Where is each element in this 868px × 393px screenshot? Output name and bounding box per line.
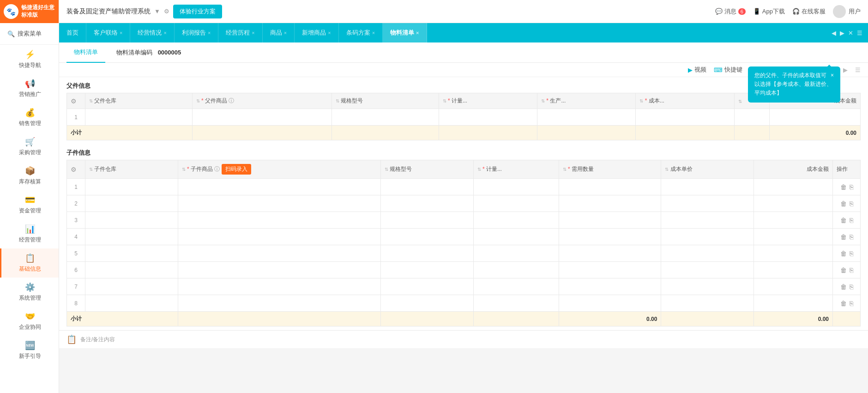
child-goods-cell[interactable]	[178, 262, 380, 278]
copy-row-icon[interactable]: ⎘	[850, 233, 853, 241]
tab-menu-icon[interactable]: ☰	[857, 30, 862, 36]
child-spec-cell[interactable]	[380, 212, 473, 229]
child-unit-cell[interactable]	[473, 245, 559, 262]
child-qty-cell[interactable]	[559, 212, 661, 229]
copy-row-icon[interactable]: ⎘	[850, 266, 853, 274]
close-profit-tab-icon[interactable]: ×	[208, 30, 211, 36]
copy-row-icon[interactable]: ⎘	[850, 200, 853, 207]
toolbar-menu-icon[interactable]: ☰	[855, 67, 861, 73]
child-spec-cell[interactable]	[380, 179, 473, 195]
child-amount-cell[interactable]	[754, 278, 833, 295]
child-amount-cell[interactable]	[754, 212, 833, 229]
sidebar-item-marketing[interactable]: 📢 营销推广	[0, 74, 59, 103]
child-unit-cost-cell[interactable]	[661, 212, 754, 229]
parent-unit-cell[interactable]	[439, 109, 537, 126]
child-qty-cell[interactable]	[559, 295, 661, 312]
child-unit-cell[interactable]	[473, 195, 559, 212]
sidebar-item-quick-nav[interactable]: ⚡ 快捷导航	[0, 45, 59, 74]
delete-row-icon[interactable]: 🗑	[840, 250, 847, 257]
child-warehouse-cell[interactable]	[85, 229, 178, 245]
tab-ops-stat[interactable]: 经营情况 ×	[130, 23, 174, 42]
child-spec-cell[interactable]	[380, 229, 473, 245]
child-unit-cost-cell[interactable]	[661, 262, 754, 278]
msg-button[interactable]: 💬 消息 6	[715, 7, 746, 16]
child-unit-cost-cell[interactable]	[661, 179, 754, 195]
sidebar-item-purchase[interactable]: 🛒 采购管理	[0, 132, 59, 161]
child-unit-cell[interactable]	[473, 212, 559, 229]
parent-warehouse-cell[interactable]	[85, 109, 193, 126]
sidebar-item-operations[interactable]: 📊 经营管理	[0, 219, 59, 248]
child-warehouse-cell[interactable]	[85, 245, 178, 262]
close-customer-tab-icon[interactable]: ×	[120, 30, 122, 36]
child-goods-cell[interactable]	[178, 278, 380, 295]
sidebar-item-inventory[interactable]: 📦 库存核算	[0, 161, 59, 190]
parent-amount-cell[interactable]	[769, 109, 860, 126]
copy-row-icon[interactable]: ⎘	[850, 283, 853, 290]
child-warehouse-cell[interactable]	[85, 179, 178, 195]
child-unit-cost-cell[interactable]	[661, 229, 754, 245]
child-amount-cell[interactable]	[754, 245, 833, 262]
delete-row-icon[interactable]: 🗑	[840, 300, 847, 307]
user-area[interactable]: 用户	[833, 5, 861, 18]
settings-icon[interactable]: ⚙	[164, 8, 169, 15]
sidebar-item-guide[interactable]: 🆕 新手引导	[0, 336, 59, 365]
exp-btn[interactable]: 体验行业方案	[173, 5, 222, 18]
child-qty-cell[interactable]	[559, 195, 661, 212]
tab-ops-history[interactable]: 经营历程 ×	[218, 23, 262, 42]
child-warehouse-cell[interactable]	[85, 295, 178, 312]
child-gear-icon[interactable]: ⚙	[71, 166, 77, 173]
close-barcode-tab-icon[interactable]: ×	[372, 30, 375, 36]
child-spec-cell[interactable]	[380, 278, 473, 295]
delete-row-icon[interactable]: 🗑	[840, 183, 847, 191]
child-unit-cell[interactable]	[473, 262, 559, 278]
child-amount-cell[interactable]	[754, 179, 833, 195]
child-qty-cell[interactable]	[559, 245, 661, 262]
tab-barcode[interactable]: 条码方案 ×	[339, 23, 383, 42]
copy-row-icon[interactable]: ⎘	[850, 217, 853, 224]
child-spec-cell[interactable]	[380, 295, 473, 312]
tab-nav-next-icon[interactable]: ▶	[840, 30, 844, 36]
tab-nav-prev-icon[interactable]: ◀	[832, 30, 836, 36]
child-unit-cost-cell[interactable]	[661, 278, 754, 295]
parent-cost-cell[interactable]	[636, 109, 734, 126]
tab-home[interactable]: 首页	[59, 23, 86, 42]
tab-close-all-icon[interactable]: ✕	[848, 30, 853, 36]
child-unit-cost-cell[interactable]	[661, 295, 754, 312]
sidebar-search[interactable]: 🔍 搜索菜单	[0, 23, 59, 45]
child-unit-cell[interactable]	[473, 295, 559, 312]
close-new-goods-tab-icon[interactable]: ×	[328, 30, 331, 36]
child-amount-cell[interactable]	[754, 195, 833, 212]
tab-profit[interactable]: 利润报告 ×	[175, 23, 218, 42]
sidebar-item-finance[interactable]: 💳 资金管理	[0, 190, 59, 219]
parent-goods-cell[interactable]	[192, 109, 332, 126]
sidebar-item-system[interactable]: ⚙️ 系统管理	[0, 278, 59, 307]
tab-new-goods[interactable]: 新增商品 ×	[295, 23, 338, 42]
child-qty-cell[interactable]	[559, 262, 661, 278]
tab-goods[interactable]: 商品 ×	[263, 23, 295, 42]
child-goods-cell[interactable]	[178, 179, 380, 195]
search-menu-button[interactable]: 🔍 搜索菜单	[4, 27, 55, 41]
copy-row-icon[interactable]: ⎘	[850, 250, 853, 257]
parent-extra-cell[interactable]	[734, 109, 769, 126]
app-download-button[interactable]: 📱 App下载	[753, 7, 785, 16]
close-ops-stat-tab-icon[interactable]: ×	[163, 30, 166, 36]
child-amount-cell[interactable]	[754, 262, 833, 278]
child-warehouse-cell[interactable]	[85, 212, 178, 229]
child-goods-cell[interactable]	[178, 245, 380, 262]
child-amount-cell[interactable]	[754, 295, 833, 312]
child-goods-cell[interactable]	[178, 212, 380, 229]
child-spec-cell[interactable]	[380, 245, 473, 262]
child-spec-cell[interactable]	[380, 195, 473, 212]
tab-customer[interactable]: 客户联络 ×	[86, 23, 130, 42]
view-video-button[interactable]: ▶ 视频	[688, 66, 706, 74]
child-warehouse-cell[interactable]	[85, 278, 178, 295]
child-warehouse-cell[interactable]	[85, 195, 178, 212]
child-spec-cell[interactable]	[380, 262, 473, 278]
tooltip-close-button[interactable]: ×	[831, 71, 834, 80]
delete-row-icon[interactable]: 🗑	[840, 283, 847, 290]
parent-produce-cell[interactable]	[537, 109, 636, 126]
sub-tab-bom[interactable]: 物料清单	[66, 42, 105, 63]
child-warehouse-cell[interactable]	[85, 262, 178, 278]
child-qty-cell[interactable]	[559, 229, 661, 245]
scan-btn[interactable]: 扫码录入	[222, 164, 251, 175]
